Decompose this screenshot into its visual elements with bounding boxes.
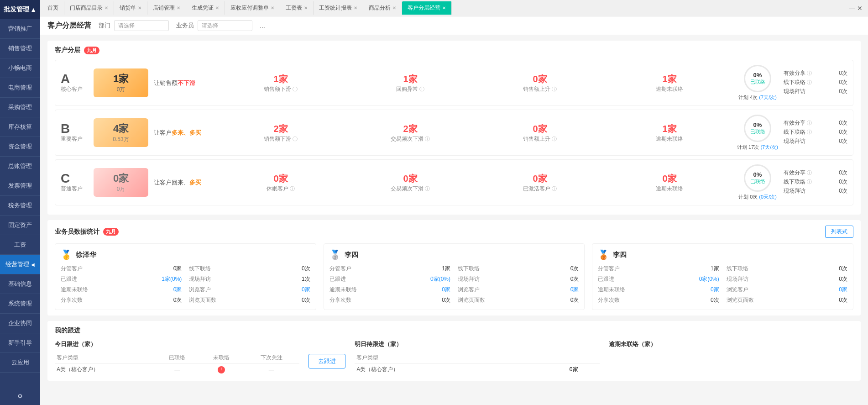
sidebar-item-marketing[interactable]: 营销推广 <box>0 19 40 39</box>
days-link[interactable]: (0天/次) <box>759 194 777 200</box>
minimize-icon[interactable]: — <box>849 5 855 12</box>
tab-payroll-report[interactable]: 工资统计报表 ✕ <box>314 1 363 15</box>
close-icon[interactable]: ✕ <box>392 5 396 11</box>
sidebar-header[interactable]: 批发管理 ▲ <box>0 0 40 19</box>
sidebar-item-inventory[interactable]: 库存核算 <box>0 117 40 137</box>
sidebar-item-ledger[interactable]: 总账管理 <box>0 157 40 176</box>
agent-stat-row: 分享次数 0次 <box>598 296 719 304</box>
sidebar-item-collab[interactable]: 企业协同 <box>0 314 40 333</box>
table-row: A类（核心客户） — ! — <box>55 364 299 376</box>
close-icon[interactable]: ✕ <box>105 5 108 11</box>
info-icon[interactable]: ⓘ <box>419 86 424 93</box>
sidebar-item-management[interactable]: 经营管理 ◀ <box>0 255 40 274</box>
tab-store-catalog[interactable]: 门店商品目录 ✕ <box>64 1 114 15</box>
agent-stat-row: 现场拜访 1次 <box>189 275 310 283</box>
close-window-icon[interactable]: ✕ <box>857 5 863 12</box>
close-icon[interactable]: ✕ <box>177 5 180 11</box>
close-icon[interactable]: ✕ <box>442 5 446 11</box>
overdue-col: 逾期未联络（家） <box>609 340 853 352</box>
more-button[interactable]: ... <box>260 21 266 30</box>
sidebar-item-ecommerce[interactable]: 电商管理 <box>0 78 40 98</box>
tab-payroll[interactable]: 工资表 ✕ <box>280 1 314 15</box>
sidebar-item-tax[interactable]: 税务管理 <box>0 196 40 216</box>
info-icon[interactable]: ⓘ <box>807 170 812 175</box>
sidebar-settings[interactable]: ⚙ <box>0 387 40 405</box>
close-icon[interactable]: ✕ <box>304 5 308 11</box>
sidebar-item-payroll[interactable]: 工资 <box>0 235 40 255</box>
info-icon[interactable]: ⓘ <box>807 79 812 85</box>
info-icon[interactable]: ⓘ <box>552 185 557 192</box>
goto-followup-button[interactable]: 去跟进 <box>309 354 345 368</box>
tab-ar-ap-adjust[interactable]: 应收应付调整单 ✕ <box>225 1 280 15</box>
close-icon[interactable]: ✕ <box>215 5 219 11</box>
close-icon[interactable]: ✕ <box>138 5 141 11</box>
info-icon[interactable]: ⓘ <box>807 120 812 126</box>
tier-c-stat-1: 0家 休眠客户 ⓘ <box>219 173 343 193</box>
tab-close-controls: — ✕ <box>849 5 866 12</box>
tab-product-analysis[interactable]: 商品分析 ✕ <box>363 1 402 15</box>
agent-card-1: 🥇 徐泽华 分管客户 0家 线下联络 0次 已跟进 <box>55 243 316 310</box>
sidebar: 批发管理 ▲ 营销推广 销售管理 小畅电商 电商管理 采购管理 库存核算 资金管… <box>0 0 40 405</box>
tier-a-label: A 核心客户 <box>61 73 88 93</box>
page-title: 客户分层经营 <box>47 21 91 31</box>
agent-select[interactable]: 请选择 <box>198 20 252 31</box>
tier-b-row: B 重要客户 4家 0.53万 让客户多来、多买 2家 销售额下滑 ⓘ 2家 交… <box>55 110 853 156</box>
agent-stat-row: 逾期未联络 0家 <box>61 286 182 294</box>
tier-a-stat-3: 0家 销售额上升 ⓘ <box>478 73 602 93</box>
tier-c-row: C 普通客户 0家 0万 让客户回来、多买 0家 休眠客户 ⓘ 0家 交易频次下… <box>55 159 853 205</box>
bronze-medal-icon: 🥉 <box>598 249 609 260</box>
tab-sales-order[interactable]: 销货单 ✕ <box>114 1 147 15</box>
dept-select[interactable]: 请选择 <box>114 20 169 31</box>
info-icon[interactable]: ⓘ <box>552 86 557 93</box>
tier-b-stat-4: 1家 逾期未联络 <box>607 123 732 143</box>
sidebar-toggle-icon: ▲ <box>30 6 37 13</box>
sidebar-item-finance[interactable]: 资金管理 <box>0 137 40 157</box>
sidebar-item-ecommerce-small[interactable]: 小畅电商 <box>0 58 40 78</box>
tier-c-slogan: 让客户回来、多买 <box>154 179 213 187</box>
days-link[interactable]: (7天/次) <box>759 95 777 100</box>
info-icon[interactable]: ⓘ <box>425 136 430 142</box>
agent-stat-row: 现场拜访 0次 <box>458 275 579 283</box>
tab-customer-tier[interactable]: 客户分层经营 ✕ <box>402 1 452 15</box>
info-icon[interactable]: ⓘ <box>290 185 295 192</box>
sidebar-item-guide[interactable]: 新手引导 <box>0 333 40 353</box>
info-icon[interactable]: ⓘ <box>293 86 298 93</box>
followup-section: 我的跟进 今日跟进（家） 客户类型 已联络 未联络 下次关注 <box>47 321 861 381</box>
tier-b-label: B 重要客户 <box>61 122 88 143</box>
tier-b-side-stats: 有效分享 ⓘ 0次 线下联络 ⓘ 0次 现场拜访 0次 <box>784 119 847 147</box>
today-followup-col: 今日跟进（家） 客户类型 已联络 未联络 下次关注 <box>55 340 299 375</box>
tab-home[interactable]: 首页 <box>42 1 64 15</box>
customer-tier-section: 客户分层 九月 A 核心客户 1家 0万 让销售额不下滑 1家 销售额下滑 <box>47 41 861 215</box>
agent-stat-row: 浏览客户 0家 <box>458 286 579 294</box>
sidebar-item-purchase[interactable]: 采购管理 <box>0 98 40 117</box>
info-icon[interactable]: ⓘ <box>552 136 557 142</box>
info-icon[interactable]: ⓘ <box>807 179 812 184</box>
today-followup-table: 客户类型 已联络 未联络 下次关注 A类（核心客户） — <box>55 352 299 375</box>
tab-generate-voucher[interactable]: 生成凭证 ✕ <box>186 1 225 15</box>
followup-title: 我的跟进 <box>55 326 853 335</box>
sidebar-item-basic-info[interactable]: 基础信息 <box>0 274 40 294</box>
tier-c-stat-2: 0家 交易频次下滑 ⓘ <box>348 173 472 193</box>
sidebar-item-system[interactable]: 系统管理 <box>0 294 40 314</box>
info-icon[interactable]: ⓘ <box>293 136 298 142</box>
list-view-button[interactable]: 列表式 <box>825 226 853 238</box>
sidebar-item-invoice[interactable]: 发票管理 <box>0 176 40 196</box>
sidebar-item-sales[interactable]: 销售管理 <box>0 39 40 58</box>
tier-c-stat-4: 0家 逾期未联络 <box>607 173 732 193</box>
close-icon[interactable]: ✕ <box>271 5 274 11</box>
days-link[interactable]: (7天/次) <box>760 144 778 150</box>
main-area: 首页 门店商品目录 ✕ 销货单 ✕ 店铺管理 ✕ 生成凭证 ✕ 应收应付调整单 … <box>40 0 868 405</box>
agent-stat-row: 分管客户 0家 <box>61 265 182 273</box>
alert-badge: ! <box>218 366 225 373</box>
info-icon[interactable]: ⓘ <box>807 70 812 76</box>
agent-stat-row: 分管客户 1家 <box>598 265 719 273</box>
close-icon[interactable]: ✕ <box>354 5 357 11</box>
info-icon[interactable]: ⓘ <box>807 129 812 135</box>
tomorrow-followup-col: 明日待跟进（家） 客户类型 A类（核心客户） 0家 <box>355 340 599 375</box>
info-icon[interactable]: ⓘ <box>425 185 430 192</box>
tab-store-mgmt[interactable]: 店铺管理 ✕ <box>147 1 186 15</box>
sidebar-item-assets[interactable]: 固定资产 <box>0 216 40 235</box>
sidebar-item-cloud[interactable]: 云应用 <box>0 353 40 373</box>
tier-a-count-box: 1家 0万 <box>94 68 148 97</box>
agent-filter: 业务员 请选择 <box>176 20 252 31</box>
